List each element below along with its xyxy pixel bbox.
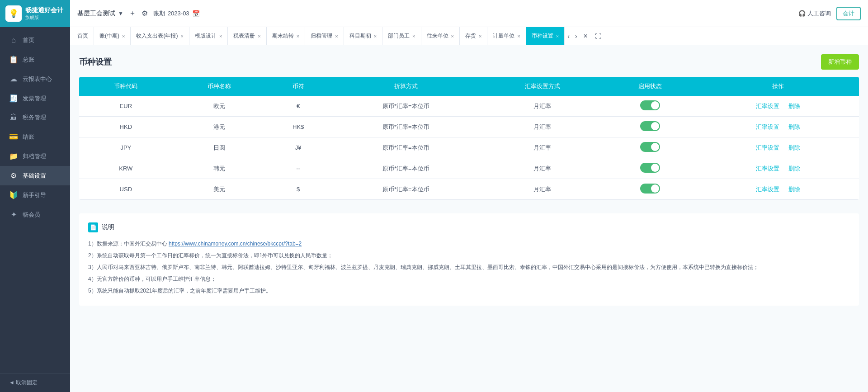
sidebar-item-member[interactable]: ✦ 畅会员 <box>0 205 70 224</box>
tab-close-tax[interactable]: × <box>258 33 260 39</box>
notes-icon: 📄 <box>88 222 98 232</box>
tab-prev-button[interactable]: ‹ <box>565 27 572 45</box>
tab-close-subjects[interactable]: × <box>374 33 377 39</box>
notes-header: 📄 说明 <box>88 222 850 232</box>
tab-expand-button[interactable]: ⛶ <box>591 27 605 45</box>
tab-close-income[interactable]: × <box>180 33 183 39</box>
user-role-button[interactable]: 会计 <box>836 7 861 20</box>
tab-dept[interactable]: 部门员工 × <box>382 27 421 45</box>
sidebar-item-home[interactable]: ⌂ 首页 <box>0 31 70 50</box>
sidebar-item-reports[interactable]: ☁ 云报表中心 <box>0 69 70 89</box>
sidebar-item-tax[interactable]: 🏛 税务管理 <box>0 108 70 127</box>
new-currency-button[interactable]: 新增币种 <box>821 54 859 70</box>
tab-close-unit[interactable]: × <box>517 33 520 39</box>
tab-close-customers[interactable]: × <box>451 33 454 39</box>
tab-customers[interactable]: 往来单位 × <box>421 27 460 45</box>
rate-setting-link[interactable]: 汇率设置 <box>756 165 779 172</box>
tab-close-period-end[interactable]: × <box>297 33 299 39</box>
col-header-calc: 折算方式 <box>330 77 481 96</box>
tab-next-button[interactable]: › <box>572 27 580 45</box>
tabbar: 首页 账(中期) × 收入支出表(年报) × 模版设计 × 税表清册 × 期末结… <box>70 27 868 45</box>
cell-actions: 汇率设置 删除 <box>697 117 859 137</box>
col-header-rate-method: 汇率设置方式 <box>481 77 604 96</box>
tab-close-archive[interactable]: × <box>335 33 338 39</box>
cell-symbol: HK$ <box>266 117 330 137</box>
delete-link[interactable]: 删除 <box>788 186 800 193</box>
company-name[interactable]: 基层工会测试 ▼ <box>77 9 123 18</box>
tab-currency[interactable]: 币种设置 × <box>526 27 565 45</box>
headset-icon: 🎧 <box>798 10 806 17</box>
col-header-code: 币种代码 <box>79 77 173 96</box>
table-row: EUR 欧元 € 原币*汇率=本位币 月汇率 汇率设置 删除 <box>79 96 859 117</box>
tab-subjects[interactable]: 科目期初 × <box>344 27 382 45</box>
cell-rate-method: 月汇率 <box>481 96 604 117</box>
delete-link[interactable]: 删除 <box>788 103 800 109</box>
delete-link[interactable]: 删除 <box>788 165 800 172</box>
tab-balance[interactable]: 账(中期) × <box>94 27 131 45</box>
calendar-icon[interactable]: 📅 <box>192 10 200 17</box>
currency-table: 币种代码 币种名称 币符 折算方式 汇率设置方式 启用状态 操作 EUR 欧元 … <box>79 77 859 200</box>
tab-period-end[interactable]: 期末结转 × <box>267 27 305 45</box>
tab-close-template[interactable]: × <box>219 33 222 39</box>
rate-setting-link[interactable]: 汇率设置 <box>756 186 779 193</box>
cell-actions: 汇率设置 删除 <box>697 179 859 200</box>
toggle-enabled[interactable] <box>640 121 660 131</box>
sidebar-item-ledger[interactable]: 📋 总账 <box>0 50 70 69</box>
rate-setting-link[interactable]: 汇率设置 <box>756 144 779 151</box>
help-button[interactable]: 🎧 人工咨询 <box>798 9 831 18</box>
add-tab-button[interactable]: ＋ <box>129 9 136 18</box>
tab-close-balance[interactable]: × <box>122 33 125 39</box>
cell-calc: 原币*汇率=本位币 <box>330 158 481 179</box>
tab-archive[interactable]: 归档管理 × <box>305 27 344 45</box>
notes-section: 📄 说明 1）数据来源：中国外汇交易中心 https://www.chinamo… <box>79 213 859 306</box>
sidebar-item-settlement[interactable]: 💳 结账 <box>0 127 70 146</box>
cell-actions: 汇率设置 删除 <box>697 96 859 117</box>
tab-template[interactable]: 模版设计 × <box>189 27 228 45</box>
toggle-enabled[interactable] <box>640 142 660 152</box>
cell-actions: 汇率设置 删除 <box>697 158 859 179</box>
page-title: 币种设置 <box>79 57 112 67</box>
topbar-settings-icon[interactable]: ⚙ <box>142 9 148 18</box>
col-header-action: 操作 <box>697 77 859 96</box>
tab-close-dept[interactable]: × <box>412 33 415 39</box>
tab-tax[interactable]: 税表清册 × <box>228 27 266 45</box>
cell-rate-method: 月汇率 <box>481 117 604 137</box>
tab-close-currency[interactable]: × <box>556 33 559 39</box>
notes-link[interactable]: https://www.chinamoney.com.cn/chinese/bk… <box>169 241 302 247</box>
sidebar-item-archive[interactable]: 📁 归档管理 <box>0 146 70 166</box>
notes-item: 3）人民币对马来西亚林吉特、俄罗斯卢布、南非兰特、韩元、阿联酋迪拉姆、沙特里亚尔… <box>88 261 850 273</box>
cell-name: 港元 <box>173 117 266 137</box>
delete-link[interactable]: 删除 <box>788 144 800 151</box>
col-header-status: 启用状态 <box>604 77 697 96</box>
tab-close-all-button[interactable]: × <box>580 27 591 45</box>
notes-item: 2）系统自动获取每月第一个工作日的汇率标价，统一为直接标价法，即1外币可以兑换的… <box>88 250 850 261</box>
cell-name: 美元 <box>173 179 266 200</box>
sidebar-item-invoice[interactable]: 🧾 发票管理 <box>0 89 70 108</box>
invoice-icon: 🧾 <box>9 94 18 103</box>
cell-code: USD <box>79 179 173 200</box>
rate-setting-link[interactable]: 汇率设置 <box>756 103 779 109</box>
cell-symbol: J¥ <box>266 137 330 158</box>
toggle-enabled[interactable] <box>640 163 660 173</box>
content-area: 币种设置 新增币种 币种代码 币种名称 币符 折算方式 汇率设置方式 启用状态 … <box>70 45 868 392</box>
delete-link[interactable]: 删除 <box>788 123 800 130</box>
col-header-symbol: 币符 <box>266 77 330 96</box>
tab-income[interactable]: 收入支出表(年报) × <box>131 27 189 45</box>
tab-unit[interactable]: 计量单位 × <box>487 27 526 45</box>
sidebar-pin-toggle[interactable]: ◄ 取消固定 <box>0 373 70 392</box>
sidebar-item-settings[interactable]: ⚙ 基础设置 <box>0 166 70 185</box>
cell-symbol: € <box>266 96 330 117</box>
cell-name: 欧元 <box>173 96 266 117</box>
tab-close-inventory[interactable]: × <box>479 33 481 39</box>
tab-home[interactable]: 首页 <box>72 27 94 45</box>
period-display: 账期 2023-03 📅 <box>153 9 200 18</box>
tab-inventory[interactable]: 存货 × <box>460 27 487 45</box>
toggle-enabled[interactable] <box>640 184 660 194</box>
rate-setting-link[interactable]: 汇率设置 <box>756 123 779 130</box>
table-row: JPY 日圆 J¥ 原币*汇率=本位币 月汇率 汇率设置 删除 <box>79 137 859 158</box>
company-dropdown-icon[interactable]: ▼ <box>118 10 123 17</box>
sidebar-logo: 💡 畅捷通好会计 旗舰版 <box>0 0 70 27</box>
ledger-icon: 📋 <box>9 55 18 64</box>
sidebar-item-guide[interactable]: 🔰 新手引导 <box>0 185 70 205</box>
toggle-enabled[interactable] <box>640 100 660 110</box>
